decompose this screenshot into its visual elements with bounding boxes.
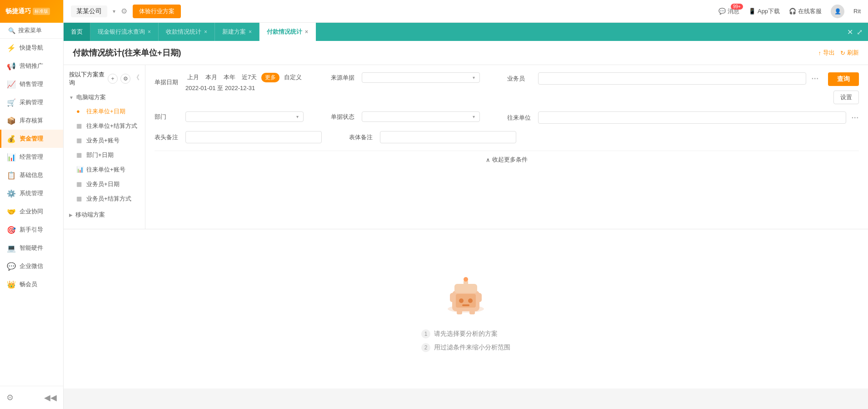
partner-input[interactable]: [538, 111, 846, 124]
sidebar-item-purchase[interactable]: 🛒 采购管理: [0, 93, 63, 111]
scheme-item-agent-date[interactable]: ▦ 业务员+日期: [64, 177, 145, 192]
scheme-item-partner-account[interactable]: 📊 往来单位+账号: [64, 162, 145, 177]
tab-bank[interactable]: 现金银行流水查询×: [90, 23, 159, 41]
date-range-display[interactable]: 2022-01-01 至 2022-12-31: [185, 84, 304, 92]
user-name[interactable]: Rit: [853, 8, 861, 15]
trial-btn[interactable]: 体验行业方案: [133, 5, 181, 18]
scheme-item-dept-date[interactable]: ▦ 部门+日期: [64, 148, 145, 162]
sidebar-item-system[interactable]: ⚙️ 系统管理: [0, 184, 63, 202]
tab-close-payment[interactable]: ×: [305, 29, 308, 35]
source-field: 来源单据 ▾: [331, 72, 480, 83]
remark-body-input[interactable]: [380, 131, 516, 143]
filter-action-col: 查询 设置: [828, 72, 859, 104]
remark-head-field: 表头备注: [155, 131, 322, 143]
sidebar-item-member[interactable]: 👑 畅会员: [0, 275, 63, 293]
date-option-more[interactable]: 更多: [261, 73, 279, 82]
date-option-custom[interactable]: 自定义: [282, 72, 304, 82]
agent-dots[interactable]: ···: [812, 75, 819, 83]
tab-close-new-scheme[interactable]: ×: [249, 29, 252, 35]
agent-field: 业务员 ···: [507, 72, 819, 85]
tab-home[interactable]: 首页: [64, 23, 90, 41]
sidebar-item-enterprise[interactable]: 🤝 企业协同: [0, 202, 63, 221]
scheme-item-agent-account[interactable]: ▦ 业务员+账号: [64, 133, 145, 148]
sidebar-item-operations[interactable]: 📊 经营管理: [0, 148, 63, 166]
tab-new-scheme[interactable]: 新建方案×: [215, 23, 259, 41]
close-all-tabs-btn[interactable]: ✕: [847, 28, 853, 36]
date-option-7days[interactable]: 近7天: [240, 72, 259, 82]
status-label: 单据状态: [331, 113, 358, 121]
group-label-0: 电脑端方案: [76, 93, 106, 101]
sidebar-label-enterprise: 企业协同: [20, 207, 43, 216]
topbar-settings-icon[interactable]: ⚙: [121, 7, 127, 15]
date-option-last-month[interactable]: 上月: [185, 72, 201, 82]
sidebar-header: 畅捷通巧 标准版: [0, 0, 63, 23]
tip-num-1: 1: [421, 329, 430, 338]
avatar[interactable]: 👤: [831, 5, 844, 18]
partner-dots[interactable]: ···: [852, 114, 859, 122]
dept-field: 部门 ▾: [155, 111, 304, 122]
date-options: 上月 本月 本年 近7天 更多 自定义: [185, 72, 304, 82]
collapse-more-btn[interactable]: ∧ 收起更多条件: [486, 156, 528, 164]
remark-head-input[interactable]: [185, 131, 322, 143]
sales-icon: 📈: [7, 80, 16, 89]
sidebar-item-wechat[interactable]: 💬 企业微信: [0, 257, 63, 275]
sidebar-search[interactable]: 🔍 搜索菜单: [0, 23, 63, 39]
group-arrow-0: ▼: [69, 95, 74, 100]
dept-dropdown-icon: ▾: [296, 114, 299, 119]
refresh-btn[interactable]: ↻ 刷新: [840, 49, 859, 57]
source-select[interactable]: ▾: [362, 72, 480, 83]
sidebar-label-hardware: 智能硬件: [20, 244, 43, 252]
remark-body-label: 表体备注: [349, 133, 376, 141]
scheme-icon-partner-date: ●: [76, 108, 84, 115]
settings-filter-btn[interactable]: 设置: [833, 91, 859, 104]
filter-row-2: 部门 ▾ 单据状态 ▾ 往来单位: [155, 111, 859, 124]
scheme-group-header-1[interactable]: ▶ 移动端方案: [64, 208, 145, 222]
status-select[interactable]: ▾: [362, 111, 480, 122]
sidebar-item-quick-nav[interactable]: ⚡ 快捷导航: [0, 39, 63, 57]
collapse-sidebar-btn[interactable]: ◀◀: [42, 391, 59, 404]
topbar-dropdown-btn[interactable]: ▾: [113, 8, 115, 15]
date-option-this-month[interactable]: 本月: [204, 72, 219, 82]
scheme-item-partner-date[interactable]: ● 往来单位+日期: [64, 104, 145, 119]
date-label: 单据日期: [155, 78, 182, 86]
tab-label-payment: 付款情况统计: [267, 28, 302, 36]
tab-receivable[interactable]: 收款情况统计×: [159, 23, 215, 41]
sidebar-label-system: 系统管理: [20, 189, 43, 197]
sidebar: 畅捷通巧 标准版 🔍 搜索菜单 ⚡ 快捷导航 📢 营销推广 📈 销售管理 🛒 采…: [0, 0, 64, 409]
sidebar-item-capital[interactable]: 💰 资金管理: [0, 130, 63, 148]
tab-close-receivable[interactable]: ×: [204, 29, 207, 35]
sidebar-item-sales[interactable]: 📈 销售管理: [0, 75, 63, 93]
sidebar-label-guide: 新手引导: [20, 226, 43, 234]
partner-label: 往来单位: [507, 114, 534, 122]
sidebar-item-inventory[interactable]: 📦 库存核算: [0, 111, 63, 130]
export-btn[interactable]: ↑ 导出: [818, 49, 835, 57]
agent-input[interactable]: [538, 72, 806, 85]
enterprise-icon: 🤝: [7, 207, 16, 216]
scheme-item-partner-payment[interactable]: ▦ 往来单位+结算方式: [64, 119, 145, 133]
sidebar-label-basic-info: 基础信息: [20, 171, 43, 179]
tab-close-bank[interactable]: ×: [148, 29, 151, 35]
tab-payment[interactable]: 付款情况统计×: [259, 23, 316, 41]
app-download-btn[interactable]: 📱 App下载: [748, 7, 780, 15]
scheme-item-agent-payment[interactable]: ▦ 业务员+结算方式: [64, 192, 145, 206]
collapse-icon: ∧: [486, 157, 490, 163]
query-btn[interactable]: 查询: [828, 72, 859, 86]
sidebar-item-hardware[interactable]: 💻 智能硬件: [0, 239, 63, 257]
collapse-more-bar: ∧ 收起更多条件: [155, 151, 859, 168]
sidebar-label-wechat: 企业微信: [20, 262, 43, 270]
collapse-scheme-btn[interactable]: 《: [133, 74, 140, 84]
date-option-this-year[interactable]: 本年: [222, 72, 237, 82]
expand-tab-btn[interactable]: ⤢: [857, 28, 863, 36]
basic-info-icon: 📋: [7, 171, 16, 180]
add-scheme-btn[interactable]: +: [108, 74, 118, 84]
scheme-group-header-0[interactable]: ▼ 电脑端方案: [64, 91, 145, 104]
sidebar-item-marketing[interactable]: 📢 营销推广: [0, 57, 63, 75]
sidebar-item-guide[interactable]: 🎯 新手引导: [0, 221, 63, 239]
message-btn[interactable]: 💬 消息 99+: [718, 7, 739, 15]
settings-footer-icon[interactable]: ⚙: [5, 391, 15, 404]
dept-select[interactable]: ▾: [185, 111, 304, 122]
sidebar-item-basic-info[interactable]: 📋 基础信息: [0, 166, 63, 184]
guide-icon: 🎯: [7, 225, 16, 234]
service-btn[interactable]: 🎧 在线客服: [789, 7, 822, 15]
settings-scheme-btn[interactable]: ⚙: [120, 74, 130, 84]
